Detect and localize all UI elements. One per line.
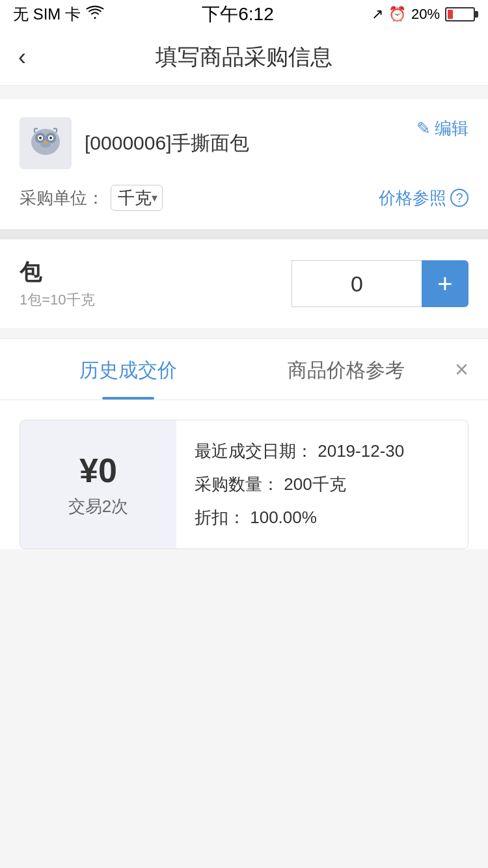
history-price-value: ¥0 [79, 451, 117, 490]
tab-product-price-ref[interactable]: 商品价格参考 [237, 339, 454, 400]
wifi-icon [86, 5, 104, 23]
owl-logo-icon [26, 121, 65, 166]
svg-point-6 [49, 137, 52, 139]
quantity-row: 包 1包=10千克 + [0, 239, 488, 328]
recent-date-value: 2019-12-30 [318, 441, 404, 461]
nav-bar: ‹ 填写商品采购信息 [0, 29, 488, 86]
product-left: [0000006]手撕面包 [20, 117, 249, 169]
status-right: ↗ ⏰ 20% [372, 6, 475, 23]
product-header: [0000006]手撕面包 ✎ 编辑 [20, 117, 468, 169]
status-left: 无 SIM 卡 [13, 4, 104, 25]
purchase-qty-row: 采购数量： 200千克 [195, 473, 450, 496]
qty-input-wrap: + [291, 260, 468, 307]
product-name: [0000006]手撕面包 [85, 130, 249, 157]
edit-label: 编辑 [435, 117, 468, 140]
product-card: [0000006]手撕面包 ✎ 编辑 采购单位： 千克 价格参照 ? [0, 99, 488, 229]
status-bar: 无 SIM 卡 下午6:12 ↗ ⏰ 20% [0, 0, 488, 29]
purchase-qty-value: 200千克 [284, 474, 346, 494]
tabs-row: 历史成交价 商品价格参考 × [0, 339, 488, 400]
tab-history-price[interactable]: 历史成交价 [20, 339, 237, 400]
discount-value: 100.00% [250, 508, 317, 527]
unit-select-wrap[interactable]: 千克 [111, 185, 163, 211]
tab-history-label: 历史成交价 [79, 359, 177, 381]
location-icon: ↗ [372, 6, 383, 23]
price-ref-button[interactable]: 价格参照 ? [379, 187, 468, 210]
quantity-input[interactable] [291, 260, 422, 307]
page-bottom [0, 569, 488, 868]
tab-close-button[interactable]: × [455, 343, 468, 396]
svg-point-5 [39, 137, 42, 139]
discount-label: 折扣： [195, 508, 245, 527]
history-price-block: ¥0 交易2次 [20, 420, 176, 549]
page-title: 填写商品采购信息 [156, 42, 332, 72]
battery-percent: 20% [411, 6, 440, 23]
discount-row: 折扣： 100.00% [195, 506, 450, 529]
unit-label: 采购单位： [20, 187, 104, 210]
status-time: 下午6:12 [202, 2, 274, 27]
quantity-label: 包 1包=10千克 [20, 258, 95, 310]
qty-unit-label: 包 [20, 258, 95, 288]
carrier-text: 无 SIM 卡 [13, 4, 81, 25]
help-icon: ? [450, 189, 468, 207]
battery-icon [445, 7, 475, 21]
product-unit-row: 采购单位： 千克 价格参照 ? [20, 185, 468, 211]
history-trades-count: 交易2次 [68, 495, 128, 518]
tab-product-label: 商品价格参考 [288, 359, 405, 381]
bottom-panel: 历史成交价 商品价格参考 × ¥0 交易2次 最近成交日期： 2019-12-3… [0, 338, 488, 549]
alarm-icon: ⏰ [388, 6, 406, 23]
history-card: ¥0 交易2次 最近成交日期： 2019-12-30 采购数量： 200千克 折… [20, 420, 468, 549]
history-details: 最近成交日期： 2019-12-30 采购数量： 200千克 折扣： 100.0… [176, 420, 468, 549]
qty-conversion-label: 1包=10千克 [20, 290, 95, 310]
quantity-plus-button[interactable]: + [422, 260, 468, 307]
unit-select[interactable]: 千克 [111, 185, 163, 211]
purchase-qty-label: 采购数量： [195, 474, 279, 494]
recent-date-row: 最近成交日期： 2019-12-30 [195, 440, 450, 463]
product-thumbnail [20, 117, 72, 169]
section-divider [0, 229, 488, 239]
price-ref-label: 价格参照 [379, 187, 446, 210]
recent-date-label: 最近成交日期： [195, 441, 313, 461]
edit-button[interactable]: ✎ 编辑 [416, 117, 468, 140]
back-button[interactable]: ‹ [18, 44, 26, 71]
edit-icon: ✎ [416, 118, 431, 139]
